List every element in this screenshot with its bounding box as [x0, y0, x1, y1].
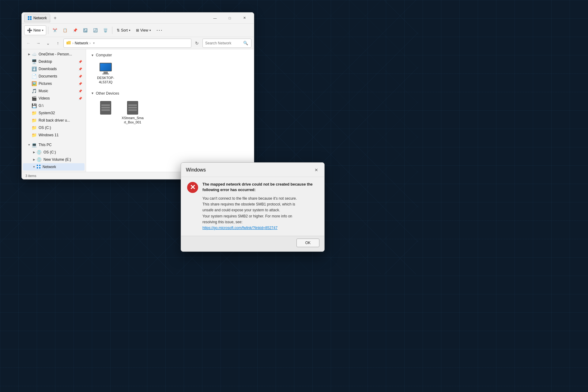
cut-button[interactable]: ✂️ — [50, 25, 60, 35]
server-1-icon — [100, 101, 111, 115]
system32-folder-icon: 📁 — [32, 111, 37, 115]
dialog-message-area: The mapped network drive could not be cr… — [202, 182, 318, 231]
dialog-link[interactable]: https://go.microsoft.com/fwlink/?linkid=… — [202, 226, 277, 230]
sidebar-item-system32[interactable]: 📁 System32 — [23, 109, 85, 117]
sort-icon: ⇅ — [117, 28, 120, 32]
sidebar-item-rollback[interactable]: 📁 Roll back driver u... — [23, 117, 85, 124]
sidebar-item-downloads[interactable]: ⬇️ Downloads 📌 — [23, 65, 85, 73]
refresh2-button[interactable]: 🔄 — [91, 25, 100, 35]
computer-section-header[interactable]: ▼ Computer — [91, 52, 249, 58]
toolbar: ➕ New ▾ ✂️ 📋 📌 ↗️ 🔄 🗑️ ⇅ Sort ▾ ⊞ View ▾… — [22, 24, 254, 37]
explorer-tab[interactable]: Network — [24, 14, 50, 22]
copy-button[interactable]: 📋 — [60, 25, 70, 35]
new-vol-disk-icon: 💿 — [36, 157, 42, 162]
windows-error-dialog[interactable]: Windows ✕ ✕ The mapped network drive cou… — [181, 162, 325, 252]
paste-icon: 📌 — [73, 28, 77, 32]
sidebar-item-win11[interactable]: 📁 Windows 11 — [23, 131, 85, 139]
search-icon: 🔍 — [243, 41, 248, 45]
toolbar-separator-1 — [48, 27, 48, 34]
path-dropdown-icon[interactable]: ▾ — [93, 41, 95, 45]
refresh-button[interactable]: ↻ — [193, 39, 201, 47]
new-tab-button[interactable]: + — [51, 14, 59, 22]
onedrive-expand-icon: ▶ — [27, 52, 32, 57]
documents-expand-space — [27, 74, 32, 79]
recent-button[interactable]: ⌄ — [44, 39, 52, 47]
videos-icon: 🎬 — [32, 96, 37, 101]
downloads-icon: ⬇️ — [32, 66, 37, 71]
new-vol-label: New Volume (E:) — [43, 157, 82, 162]
this-pc-label: This PC — [39, 143, 82, 147]
system32-expand-space — [27, 111, 32, 115]
svg-rect-5 — [68, 41, 71, 44]
g-drive-label: G:\ — [39, 104, 82, 108]
sidebar-item-onedrive[interactable]: ▶ ☁️ OneDrive - Person... — [23, 51, 85, 58]
file-item-desktop-computer[interactable]: DESKTOP-4L537JQ — [93, 61, 118, 86]
maximize-button[interactable]: □ — [223, 13, 237, 23]
dialog-close-button[interactable]: ✕ — [312, 166, 321, 174]
videos-expand-space — [27, 96, 32, 101]
this-pc-icon: 💻 — [32, 142, 37, 147]
search-input[interactable] — [205, 41, 242, 45]
network-sidebar-label: Network — [43, 165, 82, 169]
sidebar-item-this-pc[interactable]: ▼ 💻 This PC — [23, 141, 85, 149]
dialog-error-icon: ✕ — [187, 182, 198, 193]
cut-icon: ✂️ — [53, 28, 57, 32]
path-explorer-icon — [66, 40, 71, 46]
rollback-folder-icon: 📁 — [32, 118, 37, 123]
dialog-ok-button[interactable]: OK — [296, 239, 319, 247]
new-label: New — [33, 28, 41, 32]
onedrive-label: OneDrive - Person... — [39, 52, 82, 56]
new-button[interactable]: ➕ New ▾ — [24, 25, 46, 35]
forward-button[interactable]: → — [34, 39, 43, 47]
this-pc-expand-icon: ▼ — [27, 142, 32, 147]
share-icon: ↗️ — [83, 28, 88, 32]
back-button[interactable]: ← — [24, 39, 33, 47]
address-bar: ← → ⌄ ↑ › Network › ▾ ↻ 🔍 — [22, 37, 254, 49]
file-item-server-1[interactable] — [93, 99, 118, 126]
sidebar-item-documents[interactable]: 📄 Documents 📌 — [23, 73, 85, 80]
os-c-label: OS (C:) — [43, 150, 82, 154]
sidebar-item-g-drive[interactable]: 💾 G:\ — [23, 102, 85, 109]
sort-button[interactable]: ⇅ Sort ▾ — [114, 25, 133, 35]
more-button[interactable]: ··· — [154, 25, 165, 35]
content-area: ▶ ☁️ OneDrive - Person... 🖥️ Desktop 📌 ⬇… — [22, 49, 254, 172]
paste-button[interactable]: 📌 — [70, 25, 80, 35]
dialog-detail-message: You can't connect to the file share beca… — [202, 196, 318, 231]
sidebar-item-os-c[interactable]: ▶ 💿 OS (C:) — [23, 149, 85, 156]
view-button[interactable]: ⊞ View ▾ — [134, 25, 153, 35]
search-box[interactable]: 🔍 — [202, 39, 251, 48]
path-network: Network — [75, 41, 88, 45]
sidebar-item-pictures[interactable]: 🖼️ Pictures 📌 — [23, 80, 85, 87]
sidebar-item-os-c2[interactable]: 📁 OS (C:) — [23, 124, 85, 131]
up-button[interactable]: ↑ — [54, 39, 62, 47]
desktop-pin-icon: 📌 — [78, 60, 82, 63]
svg-rect-6 — [37, 165, 38, 166]
sidebar-item-music[interactable]: 🎵 Music 📌 — [23, 87, 85, 95]
documents-label: Documents — [39, 74, 77, 78]
file-item-xstream[interactable]: XStream_Smart_Box_001 — [120, 99, 145, 126]
sidebar-item-network[interactable]: ▼ Network — [23, 163, 85, 171]
downloads-expand-space — [27, 66, 32, 71]
other-devices-section-header[interactable]: ▼ Other Devices — [91, 90, 249, 97]
sidebar-item-videos[interactable]: 🎬 Videos 📌 — [23, 95, 85, 102]
share-button[interactable]: ↗️ — [81, 25, 90, 35]
minimize-button[interactable]: — — [208, 13, 222, 23]
address-path-bar[interactable]: › Network › ▾ — [63, 39, 191, 48]
refresh2-icon: 🔄 — [93, 28, 98, 32]
sidebar-item-desktop[interactable]: 🖥️ Desktop 📌 — [23, 58, 85, 65]
win11-label: Windows 11 — [39, 133, 82, 137]
pictures-icon: 🖼️ — [32, 81, 37, 86]
sidebar-item-new-volume-e[interactable]: ▶ 💿 New Volume (E:) — [23, 156, 85, 163]
svg-rect-1 — [30, 16, 32, 18]
close-button[interactable]: ✕ — [237, 13, 251, 23]
other-devices-arrow-icon: ▼ — [91, 92, 94, 95]
desktop-label: Desktop — [39, 59, 77, 64]
view-icon: ⊞ — [136, 28, 139, 32]
downloads-label: Downloads — [39, 67, 77, 71]
dialog-main-message: The mapped network drive could not be cr… — [202, 182, 318, 193]
pictures-expand-space — [27, 81, 32, 86]
computer-arrow-icon: ▼ — [91, 54, 94, 57]
sidebar: ▶ ☁️ OneDrive - Person... 🖥️ Desktop 📌 ⬇… — [22, 49, 86, 172]
os-c2-folder-icon: 📁 — [32, 125, 37, 130]
delete-button[interactable]: 🗑️ — [101, 25, 110, 35]
